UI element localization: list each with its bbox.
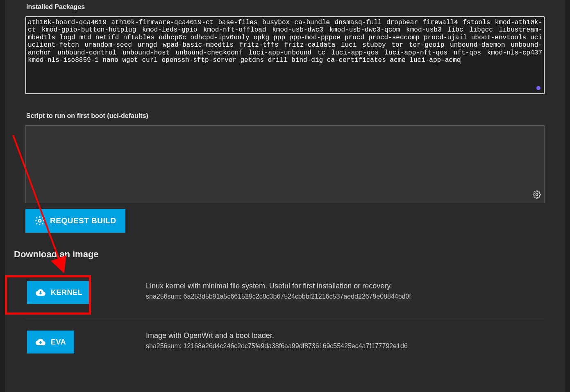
cloud-download-icon [35, 288, 46, 297]
cloud-download-icon [35, 337, 46, 347]
eva-button-label: EVA [51, 338, 66, 347]
gear-icon[interactable] [533, 190, 541, 200]
eva-download-button[interactable]: EVA [27, 331, 74, 353]
download-row-eva: EVA Image with OpenWrt and a boot loader… [25, 318, 545, 367]
installed-packages-input[interactable]: ath10k-board-qca4019 ath10k-firmware-qca… [25, 16, 545, 94]
installed-packages-text: ath10k-board-qca4019 ath10k-firmware-qca… [28, 19, 542, 64]
download-heading: Download an image [14, 249, 545, 260]
request-build-button[interactable]: REQUEST BUILD [25, 209, 125, 233]
download-row-kernel: KERNEL Linux kernel with minimal file sy… [25, 269, 545, 318]
resize-handle-dot[interactable] [536, 86, 540, 90]
kernel-download-button[interactable]: KERNEL [27, 281, 91, 304]
eva-sha: sha256sum: 12168e26d4c246c2dc75fe9da38f6… [146, 342, 543, 350]
eva-description: Image with OpenWrt and a boot loader. [146, 331, 543, 340]
svg-point-0 [536, 194, 538, 196]
installed-packages-label: Installed Packages [25, 0, 545, 16]
svg-point-1 [39, 220, 41, 222]
uci-defaults-input[interactable] [25, 125, 545, 203]
text-cursor [461, 57, 461, 64]
script-label: Script to run on first boot (uci-default… [25, 109, 545, 125]
build-icon [34, 215, 45, 226]
kernel-sha: sha256sum: 6a253d5b91a5c661529c2c8c3b675… [146, 293, 543, 300]
kernel-button-label: KERNEL [51, 288, 82, 297]
request-build-label: REQUEST BUILD [50, 216, 116, 225]
kernel-description: Linux kernel with minimal file system. U… [146, 282, 543, 290]
